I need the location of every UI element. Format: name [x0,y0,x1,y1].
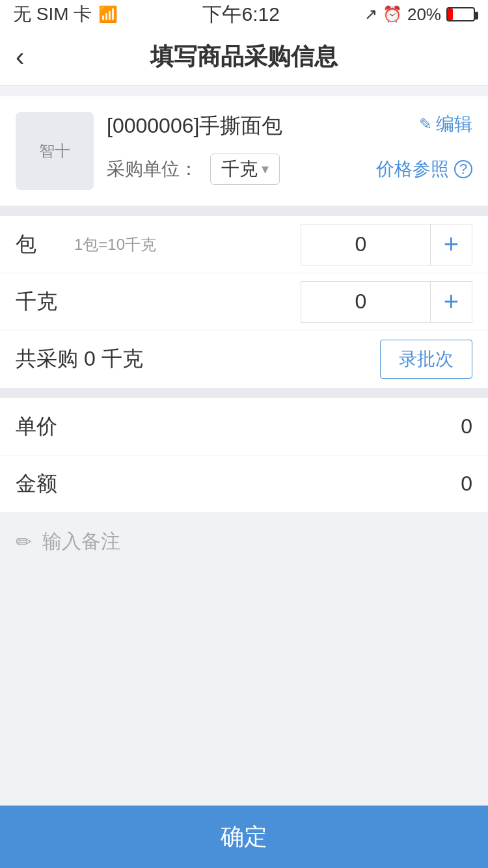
page-title: 填写商品采购信息 [150,41,338,73]
amount-value: 0 [461,472,472,496]
amount-label: 金额 [16,470,57,498]
carrier-text: 无 SIM 卡 [13,2,92,27]
price-section: 单价 0 金额 0 [0,398,488,513]
confirm-label: 确定 [221,821,267,853]
amount-row: 金额 0 [0,455,488,513]
batch-button[interactable]: 录批次 [380,340,472,379]
battery-icon [446,7,475,21]
separator-1 [0,206,488,216]
remark-placeholder: 输入备注 [42,528,120,555]
bag-input-control: + [301,224,472,265]
price-ref-label: 价格参照 [376,157,449,182]
product-unit-row: 采购单位： 千克 ▾ 价格参照 ? [107,154,472,185]
unit-label: 采购单位： [107,159,198,179]
edit-icon: ✎ [419,115,432,133]
unit-select[interactable]: 千克 ▾ [210,154,280,185]
confirm-button[interactable]: 确定 [0,806,488,868]
kg-input-control: + [301,281,472,323]
product-info: [0000006]手撕面包 ✎ 编辑 采购单位： 千克 ▾ 价格参照 ? [107,112,472,185]
separator-2 [0,388,488,398]
unit-price-value: 0 [461,414,472,439]
kg-label: 千克 [16,288,68,316]
wifi-icon: 📶 [98,5,118,23]
location-icon: ↗ [364,5,377,23]
bag-input-row: 包 1包=10千克 + [0,216,488,273]
status-bar: 无 SIM 卡 📶 下午6:12 ↗ ⏰ 20% [0,0,488,29]
edit-label: 编辑 [436,112,472,137]
unit-value: 千克 [221,157,258,182]
pencil-icon: ✏ [16,530,32,553]
back-button[interactable]: ‹ [16,42,24,72]
total-row: 共采购 0 千克 录批次 [0,331,488,388]
input-section: 包 1包=10千克 + 千克 + [0,216,488,331]
bag-plus-button[interactable]: + [431,224,472,265]
chevron-down-icon: ▾ [262,161,269,178]
price-ref-button[interactable]: 价格参照 ? [376,157,472,182]
status-right: ↗ ⏰ 20% [364,5,475,25]
bag-sublabel: 1包=10千克 [74,234,301,255]
edit-button[interactable]: ✎ 编辑 [419,112,472,137]
alarm-icon: ⏰ [383,5,402,23]
unit-price-label: 单价 [16,413,57,441]
product-name-row: [0000006]手撕面包 ✎ 编辑 [107,112,472,141]
content-filler [0,571,488,766]
kg-input-row: 千克 + [0,273,488,331]
remark-section[interactable]: ✏ 输入备注 [0,513,488,571]
product-name: [0000006]手撕面包 [107,112,282,141]
battery-percent: 20% [407,5,441,25]
kg-input[interactable] [301,281,431,323]
product-thumbnail: 智十 [16,112,94,190]
nav-bar: ‹ 填写商品采购信息 [0,29,488,86]
bag-input[interactable] [301,224,431,265]
product-logo-text: 智十 [39,141,70,161]
unit-price-row: 单价 0 [0,398,488,455]
kg-plus-button[interactable]: + [431,281,472,323]
unit-container: 采购单位： 千克 ▾ [107,154,280,185]
total-text: 共采购 0 千克 [16,345,143,373]
status-left: 无 SIM 卡 📶 [13,2,118,27]
help-icon: ? [454,160,472,178]
product-card: 智十 [0000006]手撕面包 ✎ 编辑 采购单位： 千克 ▾ [0,96,488,206]
bag-label: 包 [16,230,68,259]
status-time: 下午6:12 [202,1,279,28]
